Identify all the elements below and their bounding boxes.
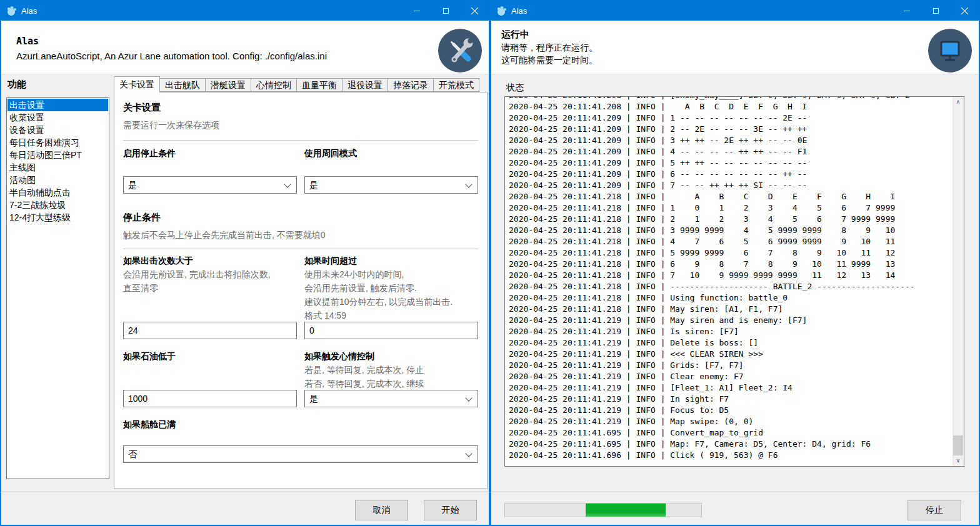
field-label-dock-full: 如果船舱已满 — [123, 419, 478, 430]
run-header: 运行中 请稍等，程序正在运行。 这可能将需要一定时间。 — [491, 21, 979, 74]
log-line: 2020-04-25 20:11:41.209 | INFO | 5 ++ ++… — [509, 157, 952, 169]
function-listbox[interactable]: 出击设置收菜设置设备设置每日任务困难演习每日活动图三倍PT主线图活动图半自动辅助… — [6, 97, 109, 479]
oil-below-input[interactable]: 1000 — [123, 390, 297, 407]
log-scrollbar[interactable]: ∧ ∨ — [952, 97, 964, 466]
function-list-item[interactable]: 设备设置 — [8, 124, 108, 136]
log-line: 2020-04-25 20:11:41.209 | INFO | 1 -- --… — [509, 112, 952, 124]
run-status-line2: 这可能将需要一定时间。 — [501, 55, 598, 66]
form-row: 启用停止条件 是 使用周回模式 是 — [123, 147, 478, 194]
function-list-item[interactable]: 活动图 — [8, 174, 108, 186]
field-label-emotion: 如果触发心情控制 — [304, 350, 478, 362]
function-list-item[interactable]: 每日活动图三倍PT — [8, 149, 108, 161]
function-list-item[interactable]: 收菜设置 — [8, 111, 108, 124]
minimize-icon — [904, 11, 910, 11]
log-line: 2020-04-25 20:11:41.219 | INFO | May sir… — [509, 315, 952, 326]
stop-button[interactable]: 停止 — [908, 500, 961, 520]
progress-bar — [504, 503, 702, 517]
function-list-item[interactable]: 每日任务困难演习 — [8, 136, 108, 149]
log-line: 2020-04-25 20:11:41.208 | INFO | [enemy_… — [509, 96, 952, 101]
function-list-item[interactable]: 半自动辅助点击 — [8, 186, 108, 199]
dock-full-select[interactable]: 否 — [123, 445, 478, 463]
maximize-button[interactable] — [921, 1, 950, 21]
log-line: 2020-04-25 20:11:41.209 | INFO | 6 -- --… — [509, 169, 952, 180]
function-list-title: 功能 — [8, 79, 26, 91]
field-note: 建议提前10分钟左右, 以完成当前出击. — [304, 295, 478, 308]
field-label-oil-below: 如果石油低于 — [123, 350, 297, 362]
alas-app-icon — [496, 6, 507, 16]
scrollbar-thumb[interactable] — [953, 435, 963, 455]
footer-divider — [491, 492, 979, 492]
settings-tab[interactable]: 退役设置 — [342, 78, 388, 92]
form-row: 如果出击次数大于 会沿用先前设置, 完成出击将扣除次数, 直至清零 24 如果时… — [123, 255, 478, 339]
minimize-button[interactable] — [402, 1, 431, 21]
scroll-down-icon[interactable]: ∨ — [953, 455, 963, 466]
settings-tab[interactable]: 潜艇设置 — [205, 78, 251, 92]
enable-stop-select[interactable]: 是 — [123, 176, 297, 194]
settings-tab[interactable]: 掉落记录 — [388, 78, 434, 92]
emotion-select[interactable]: 是 — [304, 390, 478, 407]
settings-tab[interactable]: 关卡设置 — [114, 76, 160, 92]
field-note: 格式 14:59 — [304, 309, 478, 322]
status-label: 状态 — [506, 82, 524, 94]
window-title: Alas — [511, 6, 527, 16]
settings-tabbar[interactable]: 关卡设置出击舰队潜艇设置心情控制血量平衡退役设置掉落记录开荒模式 — [114, 76, 479, 92]
log-line: 2020-04-25 20:11:41.218 | INFO | -------… — [509, 281, 952, 292]
maximize-icon — [933, 8, 939, 14]
log-line: 2020-04-25 20:11:41.218 | INFO | 3 9999 … — [509, 225, 952, 236]
maximize-icon — [443, 8, 449, 14]
log-line: 2020-04-25 20:11:41.219 | INFO | <<< CLE… — [509, 349, 952, 360]
settings-tab[interactable]: 心情控制 — [251, 78, 297, 92]
log-line: 2020-04-25 20:11:41.218 | INFO | May sir… — [509, 304, 952, 315]
run-status-title: 运行中 — [501, 29, 529, 41]
runner-window: Alas 运行中 请稍等，程序正在运行。 这可能将需要一定时间。 状态 2020… — [490, 0, 980, 526]
field-label-enable-stop: 启用停止条件 — [123, 147, 297, 159]
log-line: 2020-04-25 20:11:41.209 | INFO | 2 -- 2E… — [509, 124, 952, 135]
field-note: 会沿用先前设置, 触发后清零. — [304, 282, 478, 294]
function-list-item[interactable]: 主线图 — [8, 161, 108, 174]
log-line: 2020-04-25 20:11:41.219 | INFO | Delete … — [509, 337, 952, 349]
log-output[interactable]: 2020-04-25 20:11:41.208 | INFO | [enemy_… — [504, 96, 964, 467]
close-icon — [471, 7, 479, 15]
log-line: 2020-04-25 20:11:41.218 | INFO | 4 7 6 5… — [509, 236, 952, 247]
tools-icon — [438, 29, 482, 72]
log-lines: 2020-04-25 20:11:41.208 | INFO | [enemy_… — [509, 96, 952, 461]
log-line: 2020-04-25 20:11:41.219 | INFO | In sigh… — [509, 394, 952, 405]
settings-tab[interactable]: 血量平衡 — [296, 78, 342, 92]
function-list-item[interactable]: 出击设置 — [8, 99, 108, 111]
cancel-button[interactable]: 取消 — [355, 500, 408, 520]
field-note: 直至清零 — [123, 282, 297, 294]
titlebar[interactable]: Alas — [1, 1, 489, 21]
time-over-input[interactable]: 0 — [304, 322, 478, 339]
section-note: 需要运行一次来保存选项 — [123, 119, 478, 131]
cycle-mode-select[interactable]: 是 — [304, 176, 478, 194]
titlebar[interactable]: Alas — [491, 1, 979, 21]
close-button[interactable] — [950, 1, 979, 21]
function-list-item[interactable]: 7-2三战拣垃圾 — [8, 199, 108, 211]
divider — [123, 249, 478, 249]
close-button[interactable] — [460, 1, 489, 21]
field-note: 若是, 等待回复, 完成本次, 停止 — [304, 364, 478, 376]
maximize-button[interactable] — [431, 1, 460, 21]
start-button[interactable]: 开始 — [424, 500, 477, 520]
log-line: 2020-04-25 20:11:41.218 | INFO | 6 9 8 7… — [509, 259, 952, 270]
minimize-button[interactable] — [892, 1, 921, 21]
log-line: 2020-04-25 20:11:41.695 | INFO | Map: F7… — [509, 439, 952, 450]
log-line: 2020-04-25 20:11:41.218 | INFO | 7 10 9 … — [509, 270, 952, 281]
monitor-icon — [928, 29, 972, 72]
count-gt-input[interactable]: 24 — [123, 322, 297, 339]
progress-marquee-chunk — [586, 504, 666, 517]
app-subtitle: AzurLaneAutoScript, An Azur Lane automat… — [16, 51, 327, 61]
log-line: 2020-04-25 20:11:41.209 | INFO | 7 -- --… — [509, 180, 952, 191]
function-list-item[interactable]: 12-4打大型练级 — [8, 211, 108, 224]
field-note: 会沿用先前设置, 完成出击将扣除次数, — [123, 268, 297, 280]
alas-app-icon — [6, 6, 17, 16]
settings-tab[interactable]: 出击舰队 — [159, 78, 206, 92]
field-label-count-gt: 如果出击次数大于 — [123, 255, 297, 267]
log-line: 2020-04-25 20:11:41.219 | INFO | [Fleet_… — [509, 382, 952, 394]
stop-condition-note: 触发后不会马上停止会先完成当前出击, 不需要就填0 — [123, 229, 478, 241]
scroll-up-icon[interactable]: ∧ — [953, 97, 963, 107]
settings-window: Alas Alas AzurLaneAutoScript, An Azur La… — [0, 0, 490, 526]
form-row: 如果石油低于 1000 如果触发心情控制 若是, 等待回复, 完成本次, 停止 … — [123, 350, 478, 407]
minimize-icon — [414, 11, 420, 11]
settings-tab[interactable]: 开荒模式 — [433, 78, 479, 92]
